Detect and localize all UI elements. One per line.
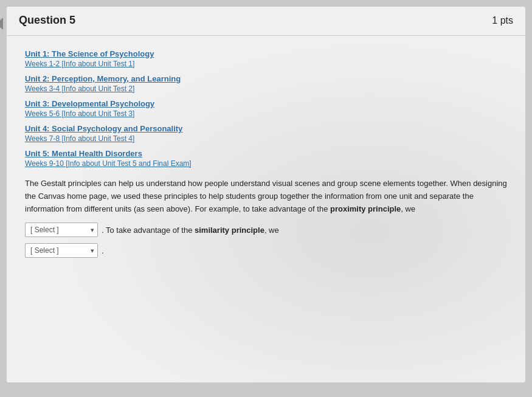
select-wrapper-1[interactable]: [ Select ] xyxy=(25,223,98,237)
select-label-part4: , we xyxy=(264,226,279,235)
question-title: Question 5 xyxy=(19,14,75,27)
question-points: 1 pts xyxy=(492,15,513,26)
question-body: Unit 1: The Science of Psychology Weeks … xyxy=(7,43,525,276)
unit-5-title: Unit 5: Mental Health Disorders xyxy=(25,149,507,158)
select-label-bold2: similarity principle xyxy=(195,226,264,235)
unit-section-1: Unit 1: The Science of Psychology Weeks … xyxy=(25,49,507,68)
unit-section-3: Unit 3: Developmental Psychology Weeks 5… xyxy=(25,99,507,118)
header-divider xyxy=(7,35,525,36)
unit-section-5: Unit 5: Mental Health Disorders Weeks 9-… xyxy=(25,149,507,168)
select-wrapper-2[interactable]: [ Select ] xyxy=(25,243,98,258)
description-text: The Gestalt principles can help us under… xyxy=(25,178,507,215)
unit-3-weeks: Weeks 5-6 [Info about Unit Test 3] xyxy=(25,109,507,118)
unit-5-weeks: Weeks 9-10 [Info about Unit Test 5 and F… xyxy=(25,159,507,168)
unit-section-2: Unit 2: Perception, Memory, and Learning… xyxy=(25,74,507,93)
unit-2-weeks: Weeks 3-4 [Info about Unit Test 2] xyxy=(25,85,507,93)
select-label-2: . xyxy=(102,246,104,255)
select-label-part3: . To take advantage of the xyxy=(102,226,195,235)
select-label-1: . To take advantage of the similarity pr… xyxy=(102,226,279,235)
unit-2-title: Unit 2: Perception, Memory, and Learning xyxy=(25,74,507,83)
question-header: Question 5 1 pts xyxy=(7,7,525,33)
question-card: Question 5 1 pts Unit 1: The Science of … xyxy=(6,6,526,383)
unit-section-4: Unit 4: Social Psychology and Personalit… xyxy=(25,124,507,143)
unit-1-title: Unit 1: The Science of Psychology xyxy=(25,49,507,58)
select-dropdown-1[interactable]: [ Select ] xyxy=(25,223,98,237)
unit-3-title: Unit 3: Developmental Psychology xyxy=(25,99,507,108)
description-part1: The Gestalt principles can help us under… xyxy=(25,179,507,213)
nav-arrow xyxy=(0,18,3,30)
description-bold1: proximity principle xyxy=(330,204,401,213)
select-row-2: [ Select ] . xyxy=(25,243,507,258)
unit-1-weeks: Weeks 1-2 [Info about Unit Test 1] xyxy=(25,60,507,68)
select-dropdown-2[interactable]: [ Select ] xyxy=(25,243,98,258)
description-part2: , we xyxy=(401,204,415,213)
select-row-1: [ Select ] . To take advantage of the si… xyxy=(25,223,507,237)
unit-4-weeks: Weeks 7-8 [Info about Unit Test 4] xyxy=(25,134,507,143)
unit-4-title: Unit 4: Social Psychology and Personalit… xyxy=(25,124,507,133)
